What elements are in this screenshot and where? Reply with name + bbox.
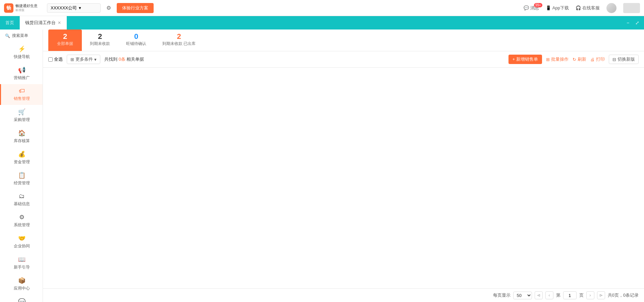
finance-icon: 💰: [18, 150, 25, 158]
main-layout: 🔍 搜索菜单 ⚡ 快捷导航 📢 营销推广 🏷 销售管理 🛒 采购管理 🏠 库存核…: [0, 29, 644, 302]
stats-tabs: 2 全部单据 2 到期未收款 0 旺铺待确认 2 到期未收款 已出库: [43, 29, 644, 51]
stat-label-overdue: 到期未收款: [90, 41, 110, 47]
tab-minimize-button[interactable]: −: [624, 19, 632, 27]
tab-maximize-button[interactable]: ⤢: [633, 19, 641, 27]
sidebar-item-enterprise[interactable]: 🤝 企业协同: [0, 231, 43, 252]
tab-home[interactable]: 首页: [0, 16, 20, 29]
print-button[interactable]: 🖨 打印: [590, 56, 605, 62]
try-industry-button[interactable]: 体验行业方案: [117, 3, 154, 13]
stat-label-pending: 旺铺待确认: [126, 41, 146, 47]
avatar[interactable]: [606, 3, 616, 13]
select-all-label: 全选: [54, 56, 63, 62]
stat-num-shipped: 2: [177, 33, 181, 40]
sidebar-item-label: 基础信息: [14, 201, 30, 207]
filter-icon: ⊞: [70, 57, 74, 62]
sidebar-item-label: 库存核算: [14, 138, 30, 144]
search-icon: 🔍: [5, 34, 10, 38]
stat-num-pending: 0: [134, 33, 138, 40]
company-name: XXXXXX公司: [51, 5, 77, 11]
tab-workbench[interactable]: 钱货日清工作台 ✕: [20, 16, 67, 29]
sidebar-item-label: 经营管理: [14, 180, 30, 186]
sidebar-item-label: 营销推广: [14, 75, 30, 81]
sidebar-item-purchase[interactable]: 🛒 采购管理: [0, 105, 43, 126]
stat-tab-overdue[interactable]: 2 到期未收款: [82, 29, 118, 51]
logo-subtitle: 标准版: [15, 8, 38, 12]
tab-bar-actions: − ⤢: [624, 19, 644, 27]
sidebar-item-basic-info[interactable]: 🗂 基础信息: [0, 189, 43, 210]
pagination-bar: 每页显示 50 100 200 ⊲ ‹ 第 页 › ⊳ 共0页，0条记录: [43, 288, 644, 302]
quick-nav-icon: ⚡: [18, 45, 25, 53]
checkbox-input[interactable]: [48, 57, 53, 62]
sidebar-item-guide[interactable]: 📖 新手引导: [0, 252, 43, 274]
message-badge: 99+: [534, 3, 542, 7]
sidebar-item-marketing[interactable]: 📢 营销推广: [0, 63, 43, 84]
sidebar-item-inventory[interactable]: 🏠 库存核算: [0, 126, 43, 147]
found-count: 0条: [119, 57, 125, 62]
user-info[interactable]: [623, 3, 640, 13]
page-prefix: 第: [556, 292, 560, 298]
sidebar-item-app-center[interactable]: 📦 应用中心: [0, 274, 43, 295]
sidebar-item-label: 快捷导航: [14, 54, 30, 60]
app-download-button[interactable]: 📱 App下载: [546, 5, 569, 11]
prev-page-button[interactable]: ‹: [545, 291, 553, 299]
app-center-icon: 📦: [18, 277, 25, 284]
new-sale-button[interactable]: + 新增销售单: [508, 55, 542, 64]
message-button[interactable]: 💬 消息 99+: [524, 5, 539, 11]
page-input[interactable]: [563, 291, 577, 299]
header-right: 💬 消息 99+ 📱 App下载 🎧 在线客服: [524, 3, 640, 13]
enterprise-icon: 🤝: [18, 235, 25, 242]
first-page-button[interactable]: ⊲: [535, 291, 543, 299]
wecom-icon: 💬: [18, 298, 25, 302]
sidebar-item-system[interactable]: ⚙ 系统管理: [0, 210, 43, 231]
sidebar: 🔍 搜索菜单 ⚡ 快捷导航 📢 营销推广 🏷 销售管理 🛒 采购管理 🏠 库存核…: [0, 29, 43, 302]
message-icon: 💬: [524, 5, 529, 10]
online-service-button[interactable]: 🎧 在线客服: [576, 5, 600, 11]
sidebar-item-quick-nav[interactable]: ⚡ 快捷导航: [0, 42, 43, 63]
stat-num-overdue: 2: [98, 33, 102, 40]
batch-ops-button[interactable]: ⊞ 批量操作: [546, 56, 569, 62]
chevron-down-icon: ▾: [79, 5, 81, 10]
company-selector[interactable]: XXXXXX公司 ▾: [47, 3, 101, 13]
sidebar-item-label: 销售管理: [14, 96, 30, 102]
online-service-label: 在线客服: [582, 5, 600, 11]
switch-icon: ⊟: [612, 57, 616, 62]
switch-version-button[interactable]: ⊟ 切换新版: [609, 55, 639, 64]
sidebar-item-sales[interactable]: 🏷 销售管理: [0, 84, 43, 105]
stat-num-all: 2: [63, 33, 67, 40]
refresh-button[interactable]: ↻ 刷新: [573, 56, 586, 62]
marketing-icon: 📢: [18, 66, 25, 74]
sidebar-item-operations[interactable]: 📋 经营管理: [0, 168, 43, 189]
last-page-button[interactable]: ⊳: [597, 291, 605, 299]
filter-button[interactable]: ⊞ 更多条件 ▾: [67, 55, 100, 64]
toolbar: 全选 ⊞ 更多条件 ▾ 共找到 0条 相关单据 + 新增销售单 ⊞ 批量操作 ↻: [43, 51, 644, 68]
select-all-checkbox[interactable]: 全选: [48, 56, 63, 62]
sidebar-search-label: 搜索菜单: [12, 33, 28, 39]
stat-tab-pending[interactable]: 0 旺铺待确认: [118, 29, 154, 51]
logo-area: 畅 畅捷通好生意 标准版: [4, 3, 47, 13]
sidebar-item-finance[interactable]: 💰 资金管理: [0, 147, 43, 168]
table-area: [43, 68, 644, 288]
next-page-button[interactable]: ›: [586, 291, 594, 299]
sidebar-item-wecom[interactable]: 💬 企业微信: [0, 295, 43, 302]
sidebar-item-label: 资金管理: [14, 159, 30, 165]
settings-button[interactable]: ⚙: [103, 3, 114, 13]
switch-label: 切换新版: [618, 56, 635, 62]
tab-close-icon[interactable]: ✕: [58, 20, 61, 25]
per-page-label: 每页显示: [493, 292, 511, 298]
sidebar-search[interactable]: 🔍 搜索菜单: [0, 29, 43, 42]
purchase-icon: 🛒: [18, 108, 25, 116]
sidebar-item-label: 系统管理: [14, 222, 30, 228]
stat-tab-all[interactable]: 2 全部单据: [48, 29, 82, 51]
batch-icon: ⊞: [546, 57, 550, 62]
per-page-select[interactable]: 50 100 200: [513, 292, 532, 299]
found-text: 共找到 0条 相关单据: [104, 56, 144, 62]
download-icon: 📱: [546, 5, 551, 10]
logo-title: 畅捷通好生意: [15, 3, 38, 8]
system-icon: ⚙: [19, 214, 24, 221]
sidebar-item-label: 企业协同: [14, 243, 30, 249]
sales-icon: 🏷: [19, 87, 25, 95]
stat-label-all: 全部单据: [57, 41, 73, 47]
logo-icon: 畅: [4, 3, 13, 13]
refresh-label: 刷新: [578, 56, 586, 62]
stat-tab-shipped[interactable]: 2 到期未收款 已出库: [154, 29, 204, 51]
